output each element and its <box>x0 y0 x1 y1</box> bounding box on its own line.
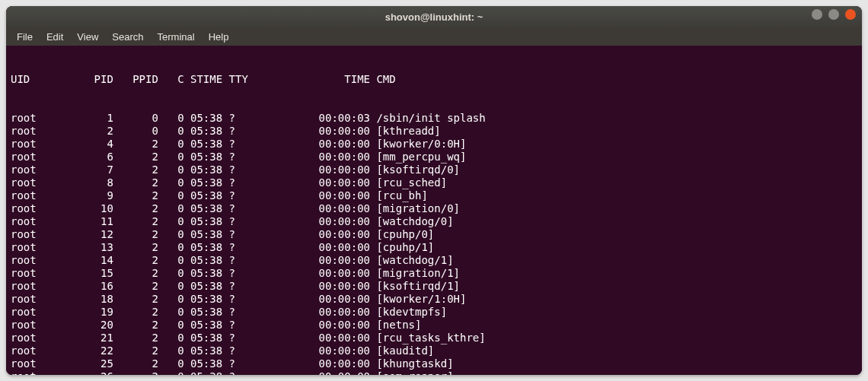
process-list: root 1 0 0 05:38 ? 00:00:03 /sbin/init s… <box>11 112 857 375</box>
titlebar[interactable]: shovon@linuxhint: ~ <box>6 6 862 27</box>
process-row: root 15 2 0 05:38 ? 00:00:00 [migration/… <box>11 267 857 280</box>
process-row: root 1 0 0 05:38 ? 00:00:03 /sbin/init s… <box>11 112 857 125</box>
menu-file[interactable]: File <box>11 30 39 44</box>
window-controls <box>812 9 856 20</box>
process-row: root 21 2 0 05:38 ? 00:00:00 [rcu_tasks_… <box>11 332 857 344</box>
process-row: root 9 2 0 05:38 ? 00:00:00 [rcu_bh] <box>11 189 857 202</box>
process-row: root 26 2 0 05:38 ? 00:00:00 [oom_reaper… <box>11 370 857 375</box>
minimize-icon[interactable] <box>812 9 822 20</box>
process-row: root 19 2 0 05:38 ? 00:00:00 [kdevtmpfs] <box>11 306 857 319</box>
process-row: root 10 2 0 05:38 ? 00:00:00 [migration/… <box>11 202 857 215</box>
process-row: root 13 2 0 05:38 ? 00:00:00 [cpuhp/1] <box>11 241 857 254</box>
process-row: root 20 2 0 05:38 ? 00:00:00 [netns] <box>11 319 857 332</box>
menu-help[interactable]: Help <box>203 30 235 44</box>
terminal-window: shovon@linuxhint: ~ File Edit View Searc… <box>6 6 862 375</box>
process-row: root 8 2 0 05:38 ? 00:00:00 [rcu_sched] <box>11 176 857 189</box>
process-row: root 25 2 0 05:38 ? 00:00:00 [khungtaskd… <box>11 357 857 370</box>
process-row: root 18 2 0 05:38 ? 00:00:00 [kworker/1:… <box>11 293 857 306</box>
column-header-row: UID PID PPID C STIME TTY TIME CMD <box>11 73 857 86</box>
menu-terminal[interactable]: Terminal <box>152 30 201 44</box>
window-title: shovon@linuxhint: ~ <box>385 11 483 23</box>
terminal-output[interactable]: UID PID PPID C STIME TTY TIME CMD root 1… <box>6 46 862 375</box>
process-row: root 16 2 0 05:38 ? 00:00:00 [ksoftirqd/… <box>11 280 857 293</box>
maximize-icon[interactable] <box>828 9 839 20</box>
process-row: root 4 2 0 05:38 ? 00:00:00 [kworker/0:0… <box>11 138 857 151</box>
process-row: root 6 2 0 05:38 ? 00:00:00 [mm_percpu_w… <box>11 151 857 164</box>
menu-view[interactable]: View <box>71 30 104 44</box>
process-row: root 14 2 0 05:38 ? 00:00:00 [watchdog/1… <box>11 254 857 267</box>
menubar: File Edit View Search Terminal Help <box>6 27 862 46</box>
menu-edit[interactable]: Edit <box>40 30 69 44</box>
process-row: root 11 2 0 05:38 ? 00:00:00 [watchdog/0… <box>11 215 857 228</box>
process-row: root 22 2 0 05:38 ? 00:00:00 [kauditd] <box>11 344 857 357</box>
process-row: root 12 2 0 05:38 ? 00:00:00 [cpuhp/0] <box>11 228 857 241</box>
close-icon[interactable] <box>845 9 856 20</box>
menu-search[interactable]: Search <box>106 30 149 44</box>
process-row: root 7 2 0 05:38 ? 00:00:00 [ksoftirqd/0… <box>11 164 857 176</box>
process-row: root 2 0 0 05:38 ? 00:00:00 [kthreadd] <box>11 125 857 138</box>
